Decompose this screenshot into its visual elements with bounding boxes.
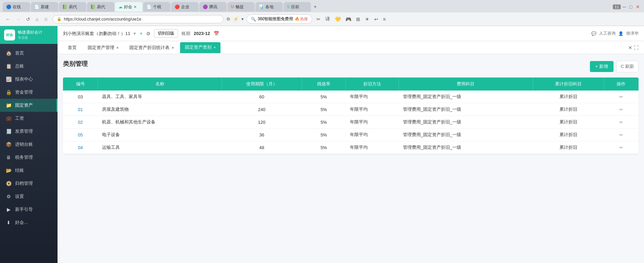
edit-icon[interactable]: ✏ <box>619 107 623 112</box>
header-right: 💬 人工咨询 👤 徐泽华 <box>591 31 639 36</box>
tab-label: 易代 <box>69 4 77 10</box>
maximize-button[interactable]: □ <box>628 3 634 11</box>
row-action[interactable]: ✏ <box>604 91 639 103</box>
wallet-icon[interactable]: 💛 <box>333 16 342 23</box>
code-link[interactable]: 05 <box>78 132 83 138</box>
tab-fixed-mgmt[interactable]: 固定资产管理 × <box>83 43 123 53</box>
sidebar-item-label-fund: 资金管理 <box>15 89 33 95</box>
back-button[interactable]: ← <box>4 15 12 23</box>
browser-tab-yidai1[interactable]: 📗 易代 <box>59 2 86 12</box>
calendar-icon[interactable]: 📅 <box>214 31 219 36</box>
undo-icon[interactable]: ↩ <box>373 16 380 23</box>
tab-label: 个税 <box>153 4 161 10</box>
edit-icon[interactable]: ✏ <box>619 94 623 99</box>
table-row: 04 运输工具 48 5% 年限平均 管理费用_固定资产折旧_一级 累计折旧 ✏ <box>63 141 639 154</box>
cut-icon[interactable]: ✂ <box>315 16 322 23</box>
sidebar-item-fixed-assets[interactable]: 📁 固定资产 <box>0 99 58 112</box>
switch-version-button[interactable]: 切到旧版 <box>154 29 178 38</box>
sidebar-item-salary[interactable]: 💼 工资 <box>0 112 58 125</box>
tab-category[interactable]: 固定资产类别 × <box>180 42 220 53</box>
tab-home[interactable]: 首页 <box>63 43 81 53</box>
url-bar[interactable]: 🔒 https://cloud.chanjet.com/accounting/u… <box>52 15 224 23</box>
user-name-display: 刘小艳演示账套（勿删勿动！）11 <box>63 31 130 37</box>
col-period: 使用期限（月） <box>222 77 302 91</box>
game-icon[interactable]: 🎮 <box>344 16 353 23</box>
sidebar-item-label-settings: 设置 <box>15 193 24 200</box>
guide-icon: ▶ <box>5 207 12 212</box>
browser-tab-changti[interactable]: M 畅提 <box>227 2 255 12</box>
browser-tab-geshui[interactable]: 📄 个税 <box>143 2 171 12</box>
edit-icon[interactable]: ✏ <box>619 145 623 150</box>
sidebar-item-label-close: 结账 <box>15 167 24 174</box>
browser-tab-tengxun[interactable]: 🟣 腾讯 <box>199 2 227 12</box>
tab-close-fixed-mgmt[interactable]: × <box>116 46 118 50</box>
add-button[interactable]: + 新增 <box>590 61 614 72</box>
row-action[interactable]: ✏ <box>604 129 639 141</box>
menu-icon[interactable]: ≡ <box>382 16 387 23</box>
refresh-button[interactable]: C 刷新 <box>616 61 639 72</box>
settings-button[interactable]: ⚙ <box>146 31 151 36</box>
sidebar-item-more[interactable]: ⬇ 好会... <box>0 216 58 229</box>
code-link[interactable]: 04 <box>78 145 83 150</box>
code-link[interactable]: 02 <box>78 120 83 125</box>
brightness-icon[interactable]: ☀ <box>364 16 371 23</box>
sidebar-item-label-home: 首页 <box>15 50 24 56</box>
tab-favicon: 🔵 <box>6 4 11 9</box>
edit-icon[interactable]: ✏ <box>619 132 623 138</box>
tab-close-haohui[interactable]: ✕ <box>134 5 137 9</box>
bookmark-button[interactable]: ☆ <box>42 15 50 23</box>
row-name: 电子设备 <box>98 129 222 141</box>
sidebar-item-ledger[interactable]: 📋 总账 <box>0 60 58 73</box>
sidebar-item-tax[interactable]: 🖥 税务管理 <box>0 151 58 164</box>
sidebar-item-home[interactable]: 🏠 首页 <box>0 47 58 60</box>
browser-tab-qiye[interactable]: 🔴 企业 <box>171 2 199 12</box>
inner-window-close-btn[interactable]: ✕ <box>628 45 632 50</box>
ssl-lock-icon: 🔒 <box>57 17 62 21</box>
sidebar-item-label-invoice: 发票管理 <box>15 128 33 134</box>
invoice-icon: 🧾 <box>5 129 12 134</box>
row-action[interactable]: ✏ <box>604 116 639 129</box>
sidebar-item-guide[interactable]: ▶ 新手引导 <box>0 203 58 216</box>
sidebar-item-label-archive: 归档管理 <box>15 180 33 187</box>
browser-tab-haohui[interactable]: ☁ 好会 ✕ <box>115 2 142 12</box>
tab-close-depreciation[interactable]: × <box>172 46 174 50</box>
tab-close-category[interactable]: × <box>214 45 216 49</box>
add-account-button[interactable]: + <box>139 31 142 37</box>
col-residual: 残值率 <box>302 77 346 91</box>
sidebar-item-fund[interactable]: 🔒 资金管理 <box>0 86 58 99</box>
col-code: 编号 <box>63 77 98 91</box>
consult-label[interactable]: 人工咨询 <box>599 31 616 36</box>
search-bar[interactable]: 🔍 360智能抠图免费用 🔥 热搜 <box>247 14 312 24</box>
browser-tab-yidai2[interactable]: 📗 易代 <box>87 2 114 12</box>
sidebar-item-archive[interactable]: 📀 归档管理 <box>0 177 58 190</box>
logo-icon: 好会 <box>4 29 15 40</box>
sidebar-item-report[interactable]: 📈 报表中心 <box>0 73 58 86</box>
period-label: 账期 <box>181 31 190 37</box>
sidebar-item-close-account[interactable]: 📂 结账 <box>0 164 58 177</box>
forward-button[interactable]: → <box>14 15 22 23</box>
code-link[interactable]: 01 <box>78 107 83 112</box>
sidebar-item-settings[interactable]: ⚙ 设置 <box>0 190 58 203</box>
sidebar-item-stock[interactable]: 📦 进销台账 <box>0 138 58 151</box>
minimize-button[interactable]: ─ <box>621 3 628 11</box>
edit-icon[interactable]: ✏ <box>619 120 623 125</box>
row-action[interactable]: ✏ <box>604 103 639 116</box>
browser-tab-gedi[interactable]: 📊 各地 <box>255 2 283 12</box>
tab-depreciation[interactable]: 固定资产折旧统计表 × <box>125 43 178 53</box>
home-button[interactable]: ⌂ <box>34 15 40 23</box>
sidebar-item-invoice[interactable]: 🧾 发票管理 <box>0 125 58 138</box>
browser-tab-new[interactable]: 📄 新建 <box>31 2 58 12</box>
inner-window-expand-btn[interactable]: ⛶ <box>634 45 639 50</box>
grid-icon[interactable]: ⊞ <box>355 16 362 23</box>
user-dropdown-icon[interactable]: ▾ <box>134 31 136 36</box>
tab-label: 新建 <box>41 4 49 10</box>
translate-icon[interactable]: 译 <box>324 15 331 23</box>
reload-button[interactable]: ↺ <box>25 15 31 23</box>
browser-tab-zaixian[interactable]: 🔵 在线 <box>3 2 30 12</box>
row-action[interactable]: ✏ <box>604 141 639 154</box>
app-header-bar: 刘小艳演示账套（勿删勿动！）11 ▾ + ⚙ 切到旧版 账期 2023-12 📅… <box>58 26 644 41</box>
browser-tab-muqian[interactable]: S 目前 <box>283 2 311 12</box>
new-tab-button[interactable]: + <box>312 4 319 10</box>
close-window-button[interactable]: ✕ <box>634 3 641 11</box>
dropdown-icon[interactable]: ▾ <box>241 16 244 22</box>
